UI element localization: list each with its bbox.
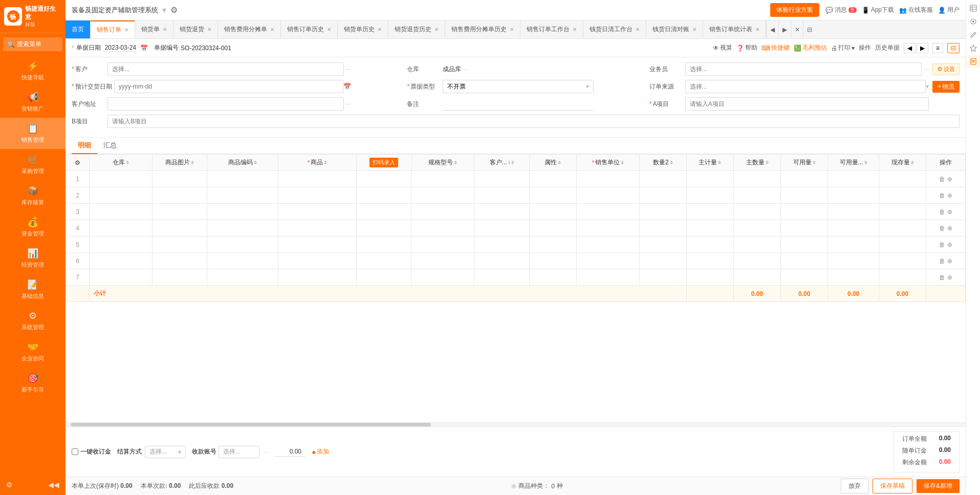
sidebar-item-quick[interactable]: ⚡ 快捷导航 (0, 55, 66, 87)
row-7-image[interactable] (152, 269, 207, 286)
th-stock[interactable]: 现存量 (879, 155, 926, 171)
row-7-warehouse[interactable] (90, 269, 153, 286)
sidebar-item-sales[interactable]: 📋 销售管理 (0, 118, 66, 149)
row-1-qty2[interactable] (639, 171, 686, 187)
row-6-code[interactable] (207, 253, 278, 269)
tab-close-sales-order-history[interactable]: ✕ (327, 27, 331, 32)
row-2-attr[interactable] (529, 187, 576, 204)
row-7-attr[interactable] (529, 269, 576, 286)
row-4-qty2[interactable] (639, 220, 686, 236)
tab-close-sales-stat[interactable]: ✕ (755, 27, 759, 32)
operation-btn[interactable]: 操作 (859, 44, 871, 52)
tab-close-sales-return[interactable]: ✕ (207, 27, 211, 32)
row-2-scan[interactable] (357, 187, 411, 204)
row-2-qty2[interactable] (639, 187, 686, 204)
sidebar-item-finance[interactable]: 💰 资金管理 (0, 211, 66, 243)
row-3-delete-icon[interactable]: 🗑 (939, 208, 945, 216)
user-avatar[interactable]: 👤 用户 (938, 6, 960, 14)
row-6-qty2[interactable] (639, 253, 686, 269)
customer-dots[interactable]: ··· (346, 66, 351, 73)
row-4-copy-icon[interactable]: ⊕ (947, 225, 952, 232)
row-4-goods[interactable] (278, 220, 357, 236)
sidebar-item-system[interactable]: ⚙ 系统管理 (0, 305, 66, 336)
row-5-image[interactable] (152, 236, 207, 253)
sidebar-item-management[interactable]: 📊 经营管理 (0, 243, 66, 274)
row-4-code[interactable] (207, 220, 278, 236)
row-1-code[interactable] (207, 171, 278, 187)
profit-btn[interactable]: 💹 毛利预估 (794, 44, 827, 52)
sidebar-item-purchase[interactable]: 🛒 采购管理 (0, 149, 66, 180)
tab-home[interactable]: 首页 (66, 20, 91, 39)
row-2-unit[interactable] (576, 187, 639, 204)
row-3-stock[interactable] (879, 204, 926, 220)
row-5-code[interactable] (207, 236, 278, 253)
row-6-copy-icon[interactable]: ⊕ (947, 257, 952, 265)
row-3-image[interactable] (152, 204, 207, 220)
row-3-qty2[interactable] (639, 204, 686, 220)
right-sidebar-btn-3[interactable] (967, 29, 979, 41)
row-4-unit[interactable] (576, 220, 639, 236)
tab-summary[interactable]: 汇总 (97, 138, 123, 154)
app-download-button[interactable]: 📱 App下载 (862, 6, 894, 14)
row-4-available[interactable] (781, 220, 828, 236)
row-3-code[interactable] (207, 204, 278, 220)
row-6-stock[interactable] (879, 253, 926, 269)
row-2-goods[interactable] (278, 187, 357, 204)
th-attr[interactable]: 属性 (529, 155, 576, 171)
row-5-main-qty[interactable] (733, 236, 780, 253)
staff-input[interactable] (685, 62, 922, 76)
row-2-main-qty[interactable] (733, 187, 780, 204)
tab-close-sales-goods-history[interactable]: ✕ (378, 27, 382, 32)
order-source-input[interactable] (685, 80, 926, 93)
row-4-main-unit[interactable] (686, 220, 733, 236)
settlement-select[interactable]: 选择... ▾ (145, 446, 186, 458)
tab-sales-goods-history[interactable]: 销货单历史 ✕ (338, 20, 388, 39)
date-value[interactable]: 2023-03-24 (103, 44, 138, 52)
calendar-icon[interactable]: 📅 (140, 45, 148, 52)
tab-sales-return-history[interactable]: 销货退货历史 ✕ (388, 20, 445, 39)
row-3-unit[interactable] (576, 204, 639, 220)
row-1-stock[interactable] (879, 171, 926, 187)
tab-close-sales-expense[interactable]: ✕ (270, 27, 274, 32)
row-1-delete-icon[interactable]: 🗑 (939, 176, 945, 183)
staff-dots[interactable]: ··· (924, 66, 929, 73)
tab-close-sales-workbench[interactable]: ✕ (573, 27, 577, 32)
list-view-button[interactable]: ≡ (932, 43, 943, 53)
row-2-main-unit[interactable] (686, 187, 733, 204)
row-6-spec[interactable] (411, 253, 474, 269)
tab-next-button[interactable]: ▶ (778, 20, 791, 39)
invoice-select[interactable]: 不开票 ▾ (443, 80, 593, 93)
row-2-available2[interactable] (828, 187, 879, 204)
row-2-spec[interactable] (411, 187, 474, 204)
row-5-warehouse[interactable] (90, 236, 153, 253)
row-6-warehouse[interactable] (90, 253, 153, 269)
row-7-main-unit[interactable] (686, 269, 733, 286)
row-7-goods[interactable] (278, 269, 357, 286)
row-6-available2[interactable] (828, 253, 879, 269)
sidebar-item-inventory[interactable]: 📦 库存核算 (0, 180, 66, 211)
settings-bottom-button[interactable]: ⚙ (4, 479, 15, 491)
row-7-code[interactable] (207, 269, 278, 286)
row-6-unit[interactable] (576, 253, 639, 269)
row-4-spec[interactable] (411, 220, 474, 236)
row-4-available2[interactable] (828, 220, 879, 236)
row-5-unit[interactable] (576, 236, 639, 253)
sidebar-item-marketing[interactable]: 📢 营销推广 (0, 87, 66, 118)
row-6-image[interactable] (152, 253, 207, 269)
shortcut-btn[interactable]: ⌨ 快捷键 (761, 44, 790, 52)
th-available[interactable]: 可用量 (781, 155, 828, 171)
row-2-warehouse[interactable] (90, 187, 153, 204)
add-button[interactable]: ● 添加 (312, 447, 329, 456)
row-6-available[interactable] (781, 253, 828, 269)
row-7-stock[interactable] (879, 269, 926, 286)
row-6-customer-code[interactable] (474, 253, 529, 269)
row-5-scan[interactable] (357, 236, 411, 253)
tab-close-cash-reconcile[interactable]: ✕ (692, 27, 696, 32)
row-1-available[interactable] (781, 171, 828, 187)
search-menu-button[interactable]: 🔍 搜索菜单 (3, 37, 62, 51)
row-5-stock[interactable] (879, 236, 926, 253)
row-7-unit[interactable] (576, 269, 639, 286)
row-6-scan[interactable] (357, 253, 411, 269)
one-click-checkbox[interactable] (72, 448, 78, 455)
tab-close-cash-workbench[interactable]: ✕ (636, 27, 640, 32)
